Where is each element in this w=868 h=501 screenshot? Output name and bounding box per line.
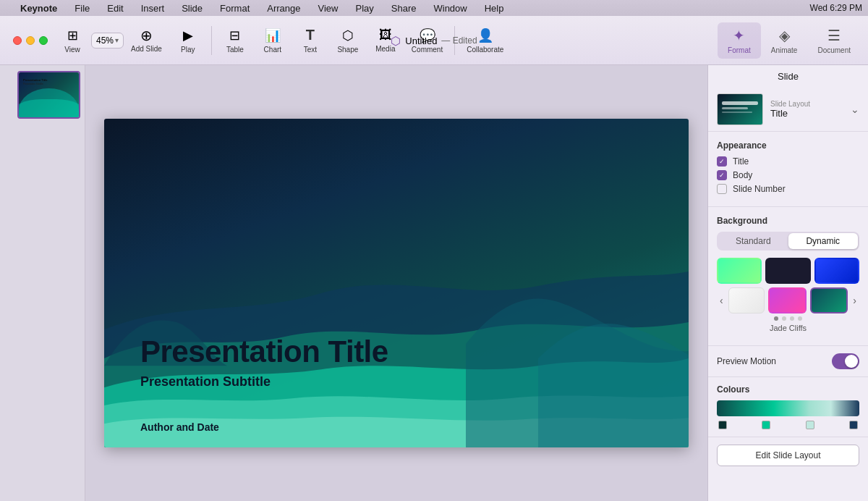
table-icon: ⊟ (229, 28, 240, 43)
add-slide-icon: ⊕ (140, 28, 153, 43)
text-button[interactable]: T Text (292, 22, 329, 58)
appearance-section: Appearance Title Body Slide Number (708, 132, 868, 207)
title-checkbox[interactable] (717, 156, 727, 167)
menu-file[interactable]: File (72, 2, 93, 14)
title-checkbox-row[interactable]: Title (717, 156, 859, 167)
blue-swatch[interactable] (814, 258, 859, 284)
table-button[interactable]: ⊟ Table (216, 23, 254, 58)
close-button[interactable] (13, 36, 22, 45)
swatches-next-button[interactable]: › (850, 293, 859, 308)
menu-slide[interactable]: Slide (179, 2, 205, 14)
canvas-area[interactable]: Presentation Title Presentation Subtitle… (85, 65, 707, 501)
dot-1[interactable] (782, 316, 786, 321)
colour-stop-1[interactable] (762, 421, 770, 429)
document-title[interactable]: Untitled (405, 35, 437, 46)
zoom-value: 45% (96, 35, 114, 46)
title-checkbox-label: Title (733, 156, 749, 167)
document-panel-icon: ☰ (827, 27, 841, 44)
slide-background-waves (104, 185, 689, 447)
layout-info: Slide Layout Title (770, 100, 843, 119)
colours-section: Colours (708, 377, 868, 437)
colours-title: Colours (717, 384, 859, 395)
green-gradient-swatch[interactable] (717, 258, 762, 284)
dark-swatch[interactable] (765, 258, 810, 284)
dynamic-toggle-btn[interactable]: Dynamic (788, 233, 859, 249)
slide-author[interactable]: Author and Date (140, 421, 219, 433)
appearance-title: Appearance (717, 140, 859, 151)
jade-cliffs-swatch[interactable] (810, 287, 848, 313)
background-section: Background Standard Dynamic ‹ (708, 207, 868, 346)
document-panel-button[interactable]: ☰ Document (807, 22, 861, 59)
format-panel-icon: ✦ (733, 27, 745, 44)
chart-button[interactable]: 📊 Chart (254, 23, 292, 58)
slide-number-checkbox[interactable] (717, 184, 727, 194)
body-checkbox[interactable] (717, 170, 727, 180)
main-area: 1 Presentation Title Presentation Subtit… (0, 65, 868, 501)
play-button[interactable]: ▶ Play (169, 23, 207, 58)
slide-number-checkbox-row[interactable]: Slide Number (717, 184, 859, 194)
traffic-lights (7, 33, 54, 48)
format-panel-button[interactable]: ✦ Format (718, 22, 761, 59)
shape-button[interactable]: ⬡ Shape (329, 23, 367, 58)
app-name[interactable]: Keynote (17, 2, 60, 14)
edit-slide-layout-button[interactable]: Edit Slide Layout (717, 445, 859, 466)
pink-gradient-swatch[interactable] (768, 287, 807, 313)
layout-section-label: Slide Layout (770, 100, 843, 108)
swatches-prev-button[interactable]: ‹ (717, 293, 726, 308)
keynote-icon: ⬡ (391, 33, 401, 47)
colour-stops-row (717, 421, 859, 429)
preview-motion-toggle[interactable] (832, 353, 859, 369)
text-icon: T (306, 27, 315, 43)
swatch-nav-row: ‹ › (717, 287, 859, 313)
toggle-knob (845, 355, 858, 368)
slide-thumbnail[interactable]: Presentation Title Presentation Subtitle (17, 71, 80, 119)
media-icon: 🖼 (379, 28, 392, 43)
menu-edit[interactable]: Edit (104, 2, 126, 14)
dot-3[interactable] (798, 316, 802, 321)
dot-2[interactable] (790, 316, 794, 321)
animate-panel-icon: ◈ (779, 27, 790, 44)
menu-window[interactable]: Window (430, 2, 469, 14)
view-icon: ⊞ (67, 28, 78, 43)
zoom-chevron-icon: ▾ (115, 36, 119, 44)
toolbar-right: ✦ Format ◈ Animate ☰ Document (718, 22, 861, 59)
standard-toggle-btn[interactable]: Standard (718, 233, 788, 249)
zoom-control[interactable]: 45% ▾ (91, 33, 124, 49)
window-title: ⬡ Untitled — Edited (391, 33, 477, 47)
colour-stop-3[interactable] (849, 421, 858, 429)
menu-help[interactable]: Help (482, 2, 507, 14)
slide-layout-row[interactable]: Slide Layout Title ⌄ (708, 88, 868, 132)
slide-canvas[interactable]: Presentation Title Presentation Subtitle… (104, 119, 689, 447)
menu-view[interactable]: View (315, 2, 341, 14)
body-checkbox-row[interactable]: Body (717, 170, 859, 180)
play-icon: ▶ (183, 28, 193, 43)
layout-chevron-icon[interactable]: ⌄ (851, 104, 859, 115)
menu-play[interactable]: Play (352, 2, 376, 14)
white-swatch[interactable] (728, 287, 765, 313)
fullscreen-button[interactable] (39, 36, 48, 45)
colour-gradient-bar[interactable] (717, 400, 859, 416)
menu-arrange[interactable]: Arrange (264, 2, 303, 14)
slide-subtitle[interactable]: Presentation Subtitle (140, 374, 388, 390)
play-label: Play (181, 46, 195, 54)
menu-format[interactable]: Format (217, 2, 252, 14)
animate-panel-label: Animate (771, 46, 798, 54)
minimize-button[interactable] (26, 36, 35, 45)
menubar: Keynote File Edit Insert Slide Format Ar… (0, 0, 868, 16)
colour-stop-2[interactable] (806, 421, 814, 429)
swatch-tooltip: Jade Cliffs (717, 324, 859, 332)
background-title: Background (717, 216, 859, 226)
view-label: View (64, 46, 80, 54)
add-slide-button[interactable]: ⊕ Add Slide (124, 24, 169, 57)
menu-insert[interactable]: Insert (138, 2, 168, 14)
text-label: Text (304, 46, 317, 54)
animate-panel-button[interactable]: ◈ Animate (761, 22, 808, 59)
chart-label: Chart (264, 46, 281, 54)
menu-share[interactable]: Share (388, 2, 420, 14)
slide-number-checkbox-label: Slide Number (733, 184, 786, 194)
dot-0[interactable] (774, 316, 778, 321)
colour-stop-0[interactable] (718, 421, 727, 429)
slide-title[interactable]: Presentation Title (140, 335, 388, 369)
view-button[interactable]: ⊞ View (54, 23, 91, 58)
slide-text-content[interactable]: Presentation Title Presentation Subtitle (140, 335, 388, 390)
